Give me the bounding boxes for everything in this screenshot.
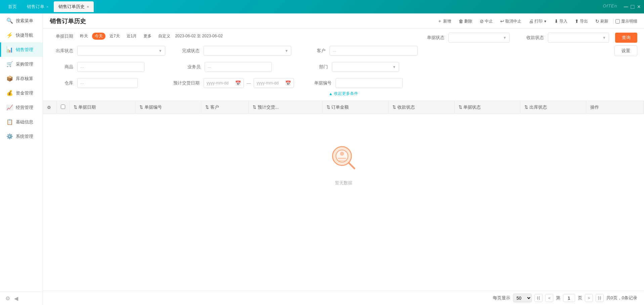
date-shortcuts: 昨天 今天 近7天 近1月 更多 自定义 [77,33,173,40]
delete-button[interactable]: 🗑 删除 [456,17,475,26]
bill-no-control [336,78,418,88]
sidebar-item-operations[interactable]: 📈 经营管理 [0,100,43,115]
goods-select[interactable]: ··· [77,62,144,72]
warehouse-select[interactable]: ··· [77,78,138,88]
tab-home[interactable]: 首页 [3,1,22,12]
stop-icon: ⊘ [480,18,484,24]
customer-control: ··· [330,46,418,56]
bill-no-input[interactable] [336,78,403,88]
sidebar-label-operations: 经营管理 [16,105,33,111]
date-shortcut-more[interactable]: 更多 [141,33,154,40]
select-all-checkbox[interactable] [61,105,65,109]
date-shortcut-yesterday[interactable]: 昨天 [77,33,91,40]
th-bill-no: ⇅ 单据编号 [135,101,201,114]
inventory-icon: 📦 [6,75,13,82]
outstock-label: 出库状态 [50,48,73,54]
next-page-button[interactable]: ＞ [585,294,593,302]
page-size-select[interactable]: 50 10 20 100 [513,294,532,302]
th-customer: ⇅ 客户 [201,101,249,114]
salesperson-select[interactable]: ··· [205,62,272,72]
th-date: ⇅ 单据日期 [69,101,135,114]
sidebar-nav: 🔍 搜索菜单 ⚡ 快捷导航 📊 销售管理 🛒 采购管理 📦 库存核算 💰 资金管… [0,13,43,144]
page-label: 页 [578,295,582,301]
maximize-icon[interactable]: □ [631,3,635,10]
set-button[interactable]: 设置 [614,45,637,56]
sidebar-item-basic-info[interactable]: 📋 基础信息 [0,115,43,129]
brand-watermark: OfTEn [603,3,617,8]
date-shortcut-custom[interactable]: 自定义 [156,33,173,40]
settings-icon[interactable]: ⚙ [5,295,10,302]
display-cols-checkbox[interactable] [615,19,620,24]
outstock-control: ▼ [77,46,165,56]
bill-no-label: 单据编号 [308,80,332,86]
billstatus-select[interactable]: ▼ [448,33,510,43]
collapse-button[interactable]: ▲ 收起更多条件 [329,91,358,97]
dept-select[interactable]: ▼ [332,62,399,72]
date-shortcut-1month[interactable]: 近1月 [124,33,140,40]
sidebar-item-purchase-mgmt[interactable]: 🛒 采购管理 [0,57,43,71]
main-layout: 🔍 搜索菜单 ⚡ 快捷导航 📊 销售管理 🛒 采购管理 📦 库存核算 💰 资金管… [0,13,644,305]
date-filter-control: 昨天 今天 近7天 近1月 更多 自定义 2023-06-02 至 2023-0… [77,33,418,40]
query-button[interactable]: 查询 [615,33,637,43]
sidebar-item-search-menu[interactable]: 🔍 搜索菜单 [0,13,43,28]
filter-row-billstatus: 单据状态 ▼ 收款状态 ▼ [421,33,609,43]
tab-sales-order-history[interactable]: 销售订单历史× [54,1,93,12]
export-button[interactable]: ⬆ 导出 [572,17,591,26]
cancel-stop-icon: ↩ [500,18,504,24]
expected-date-control: yyyy-mm-dd 📅 — yyyy-mm-dd 📅 [204,78,294,88]
last-page-button[interactable]: ⟩⟩ [596,294,604,302]
delete-icon: 🗑 [459,18,463,24]
outstock-select[interactable]: ▼ [77,46,165,56]
import-button[interactable]: ⬇ 导入 [552,17,570,26]
sidebar-label-search-menu: 搜索菜单 [16,18,33,24]
dept-label: 部门 [304,64,328,70]
minimize-icon[interactable]: ─ [624,3,628,10]
th-actions: 操作 [586,101,644,114]
date-shortcut-7days[interactable]: 近7天 [107,33,123,40]
window-close-icon[interactable]: × [637,3,641,10]
prev-page-button[interactable]: ＜ [545,294,553,302]
page-number-input[interactable] [563,294,575,302]
salesperson-control: ··· [205,62,290,72]
toolbar-divider [613,18,613,24]
date-from-input[interactable]: yyyy-mm-dd 📅 [204,78,244,88]
th-receipt-status: ⇅ 收款状态 [388,101,454,114]
date-shortcut-today[interactable]: 今天 [92,33,105,40]
display-cols-check[interactable]: 显示明细 [615,18,637,24]
settings-table-icon[interactable]: ⚙ [47,105,51,110]
filter-row-goods: 商品 ··· 业务员 ··· 部门 [50,62,418,72]
date-to-input[interactable]: yyyy-mm-dd 📅 [254,78,294,88]
goods-control: ··· [77,62,163,72]
tab-close-sales-order-history[interactable]: × [87,5,89,9]
customer-select[interactable]: ··· [330,46,418,56]
complete-select[interactable]: ▼ [204,46,292,56]
sidebar-item-finance[interactable]: 💰 资金管理 [0,86,43,100]
sidebar-item-system[interactable]: ⚙️ 系统管理 [0,129,43,144]
th-checkbox[interactable] [56,101,69,114]
billstatus-label: 单据状态 [421,35,444,41]
first-page-button[interactable]: ⟨⟨ [534,294,543,302]
collapse-row: ▲ 收起更多条件 [50,91,637,97]
right-actions: 查询 设置 [614,33,637,56]
import-icon: ⬇ [554,18,558,24]
content-area: 销售订单历史 ＋ 新增 🗑 删除 ⊘ 中止 ↩ 取消中止 [43,13,644,305]
operations-icon: 📈 [6,104,13,111]
tab-close-sales-order[interactable]: × [46,5,48,9]
print-button[interactable]: 🖨 打印 ▼ [526,17,550,26]
warehouse-control: ··· [77,78,159,88]
data-table: ⚙ ⇅ 单据日期 ⇅ 单据编号 ⇅ 客户 [43,101,644,114]
th-settings[interactable]: ⚙ [43,101,56,114]
cancel-stop-button[interactable]: ↩ 取消中止 [498,17,524,26]
stop-button[interactable]: ⊘ 中止 [477,17,496,26]
receiptstatus-label: 收款状态 [520,35,544,41]
date-range-display: 2023-06-02 至 2023-06-02 [175,33,222,39]
collapse-sidebar-icon[interactable]: ◀ [14,295,18,302]
receiptstatus-select[interactable]: ▼ [548,33,609,43]
sidebar-item-inventory[interactable]: 📦 库存核算 [0,71,43,86]
refresh-button[interactable]: ↻ 刷新 [593,17,611,26]
sidebar-item-quick-nav[interactable]: ⚡ 快捷导航 [0,28,43,42]
sidebar-item-sales-mgmt[interactable]: 📊 销售管理 [0,42,43,57]
table-container: ⚙ ⇅ 单据日期 ⇅ 单据编号 ⇅ 客户 [43,101,644,291]
tab-sales-order[interactable]: 销售订单× [22,1,53,12]
new-button[interactable]: ＋ 新增 [435,17,454,26]
